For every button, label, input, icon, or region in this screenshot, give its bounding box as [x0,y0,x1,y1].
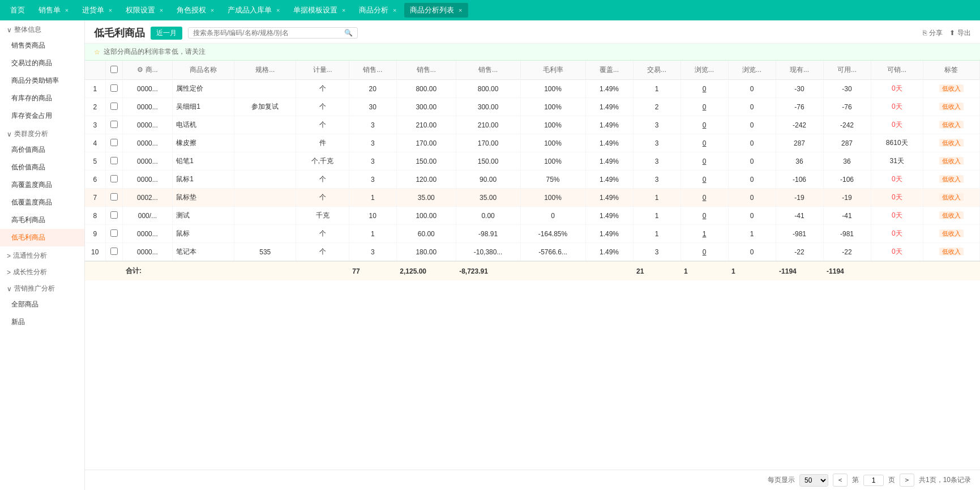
row-view1[interactable]: 0 [681,243,728,262]
row-checkbox[interactable] [110,211,118,219]
col-tag-header[interactable]: 标签 [923,61,979,80]
row-check[interactable] [105,98,122,116]
row-checkbox[interactable] [110,193,118,201]
nav-template[interactable]: 单据模板设置 × [288,3,351,18]
row-check[interactable] [105,189,122,207]
sidebar-item-capital[interactable]: 库存资金占用 [0,107,84,125]
row-checkbox[interactable] [110,175,118,182]
col-sales-qty-header[interactable]: 销售... [349,61,396,80]
sidebar-group-growth[interactable]: > 成长性分析 [0,263,84,279]
view1-link[interactable]: 0 [703,103,707,111]
view1-link[interactable]: 0 [703,212,707,220]
view1-link[interactable]: 0 [703,176,707,184]
sidebar-item-high-coverage[interactable]: 高覆盖度商品 [0,176,84,194]
close-product-in-icon[interactable]: × [276,7,280,14]
close-analysis-list-icon[interactable]: × [459,7,462,14]
prev-page-button[interactable]: ＜ [833,474,848,487]
nav-purchase[interactable]: 进货单 × [76,3,118,18]
row-checkbox[interactable] [110,121,118,128]
row-check[interactable] [105,80,122,98]
sidebar-item-high-value[interactable]: 高价值商品 [0,141,84,159]
row-check[interactable] [105,207,122,225]
row-check[interactable] [105,152,122,171]
row-check[interactable] [105,243,122,262]
col-saleable-header[interactable]: 可销... [871,61,923,80]
row-check[interactable] [105,225,122,243]
view1-link[interactable]: 1 [703,230,707,238]
page-size-select[interactable]: 50 100 200 [799,474,828,487]
row-view1[interactable]: 0 [681,189,728,207]
sidebar-item-stock-goods[interactable]: 有库存的商品 [0,90,84,107]
search-icon[interactable]: 🔍 [344,29,353,37]
row-check[interactable] [105,134,122,152]
row-checkbox[interactable] [110,103,118,110]
row-view1[interactable]: 0 [681,207,728,225]
row-view1[interactable]: 0 [681,152,728,171]
nav-product-in[interactable]: 产成品入库单 × [222,3,285,18]
sidebar-group-overall[interactable]: ∨ 整体信息 [0,20,84,37]
col-view2-header[interactable]: 浏览... [728,61,776,80]
view1-link[interactable]: 0 [703,157,707,165]
view1-link[interactable]: 0 [703,194,707,202]
row-view1[interactable]: 0 [681,171,728,189]
row-checkbox[interactable] [110,139,118,146]
view1-link[interactable]: 0 [703,248,707,256]
row-view1[interactable]: 0 [681,98,728,116]
col-gross-margin-header[interactable]: 毛利率 [520,61,585,80]
col-name-header[interactable]: 商品名称 [173,61,234,80]
close-template-icon[interactable]: × [342,7,345,14]
nav-home[interactable]: 首页 [5,3,31,18]
share-button[interactable]: ⎘ 分享 [923,28,943,38]
row-check[interactable] [105,171,122,189]
sidebar-item-low-coverage[interactable]: 低覆盖度商品 [0,194,84,211]
export-button[interactable]: ⬆ 导出 [949,28,971,38]
col-available-header[interactable]: 可用... [823,61,871,80]
sidebar-item-low-value[interactable]: 低价值商品 [0,159,84,176]
search-input[interactable] [193,29,342,37]
sidebar-item-sales-goods[interactable]: 销售类商品 [0,37,84,54]
row-view1[interactable]: 0 [681,116,728,134]
sidebar-item-new-goods[interactable]: 新品 [0,313,84,331]
row-checkbox[interactable] [110,229,118,237]
current-page-input[interactable] [863,475,884,486]
sidebar-group-marketing[interactable]: ∨ 营销推广分析 [0,279,84,296]
nav-analysis-list[interactable]: 商品分析列表 × [404,3,468,18]
close-analysis-icon[interactable]: × [393,7,396,14]
col-trade-header[interactable]: 交易... [633,61,681,80]
close-role-icon[interactable]: × [211,7,214,14]
sidebar-item-low-margin[interactable]: 低毛利商品 [0,229,84,246]
select-all-checkbox[interactable] [110,66,118,73]
col-current-header[interactable]: 现有... [776,61,823,80]
close-permission-icon[interactable]: × [160,7,163,14]
row-checkbox[interactable] [110,157,118,164]
sidebar-item-traded-goods[interactable]: 交易过的商品 [0,54,84,72]
nav-sales[interactable]: 销售单 × [33,3,74,18]
close-purchase-icon[interactable]: × [109,7,112,14]
view1-link[interactable]: 0 [703,139,707,147]
col-view1-header[interactable]: 浏览... [681,61,728,80]
table-container[interactable]: ⚙ 商... 商品名称 规格... 计量... 销售... 销售... 销售..… [85,61,980,470]
nav-analysis[interactable]: 商品分析 × [353,3,402,18]
row-view1[interactable]: 0 [681,80,728,98]
sidebar-item-all-goods[interactable]: 全部商品 [0,296,84,313]
next-page-button[interactable]: ＞ [900,474,914,487]
view1-link[interactable]: 0 [703,85,707,93]
col-sales-price-header[interactable]: 销售... [396,61,456,80]
sidebar-item-category-rate[interactable]: 商品分类助销率 [0,72,84,90]
sidebar-item-high-margin[interactable]: 高毛利商品 [0,211,84,229]
close-sales-icon[interactable]: × [65,7,69,14]
time-filter-button[interactable]: 近一月 [151,27,182,40]
nav-permission[interactable]: 权限设置 × [120,3,169,18]
row-checkbox[interactable] [110,248,118,255]
col-spec-header[interactable]: 规格... [234,61,296,80]
col-unit-header[interactable]: 计量... [296,61,349,80]
sidebar-group-cluster[interactable]: ∨ 类群度分析 [0,125,84,141]
col-sales-amount-header[interactable]: 销售... [456,61,520,80]
col-coverage-header[interactable]: 覆盖... [585,61,633,80]
nav-role[interactable]: 角色授权 × [171,3,220,18]
row-view1[interactable]: 1 [681,225,728,243]
row-view1[interactable]: 0 [681,134,728,152]
sidebar-group-flow[interactable]: > 流通性分析 [0,246,84,263]
row-checkbox[interactable] [110,84,118,92]
view1-link[interactable]: 0 [703,121,707,129]
